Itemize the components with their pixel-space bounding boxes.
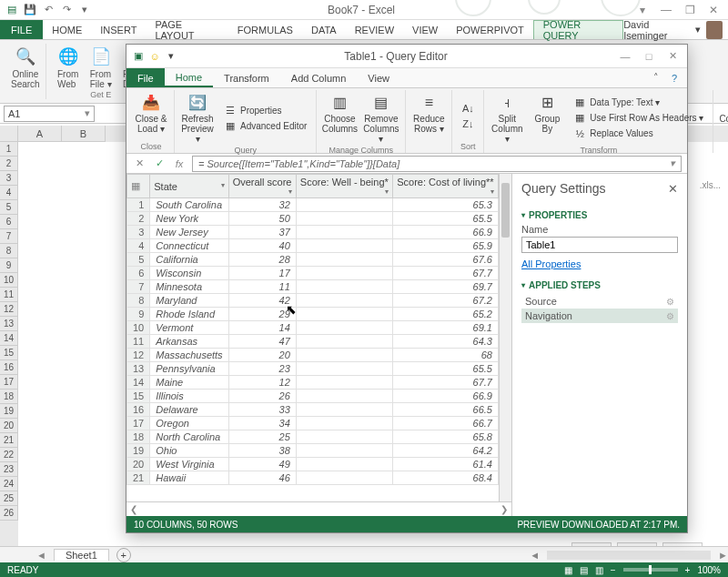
col-header[interactable]: A [18,126,62,142]
hscroll-left-icon[interactable]: ◄ [530,550,540,561]
close-load-button[interactable]: 📥Close & Load ▾ [134,92,168,140]
tab-file[interactable]: FILE [0,20,43,39]
choose-columns-button[interactable]: ▥Choose Columns [322,92,357,144]
row-header[interactable]: 14 [0,331,18,346]
row-header[interactable]: 17 [0,375,18,390]
column-header[interactable]: ▦ [127,175,150,198]
add-sheet-button[interactable]: + [116,548,131,562]
name-box[interactable]: A1▾ [4,106,95,122]
row-header[interactable]: 23 [0,462,18,477]
row-header[interactable]: 9 [0,258,18,273]
row-header[interactable]: 1 [0,142,18,157]
row-header[interactable]: 4 [0,186,18,200]
row-header[interactable]: 24 [0,477,18,491]
tab-data[interactable]: DATA [302,20,346,39]
hscrollbar[interactable]: ❮❯ [126,501,511,516]
column-header[interactable]: Score: Well - being*▾ [296,175,392,198]
group-by-button[interactable]: ⊞Group By [530,92,564,144]
sheet-tab[interactable]: Sheet1 [54,549,109,561]
row-header[interactable]: 10 [0,273,18,288]
qe-emoji-icon[interactable]: ☺ [148,50,161,63]
table-row[interactable]: 4Connecticut4065.9 [127,239,499,253]
row-header[interactable]: 2 [0,157,18,171]
row-header[interactable]: 8 [0,244,18,258]
row-header[interactable]: 13 [0,317,18,331]
qe-qat-dropdown-icon[interactable]: ▾ [165,50,177,63]
row-header[interactable]: 3 [0,171,18,186]
minimize-icon[interactable]: — [655,2,677,18]
tab-page-layout[interactable]: PAGE LAYOUT [146,20,228,39]
table-row[interactable]: 20West Virginia4961.4 [127,458,499,471]
undo-icon[interactable]: ↶ [42,4,55,16]
row-header[interactable]: 19 [0,404,18,419]
zoom-level[interactable]: 100% [697,565,721,575]
replace-values-button[interactable]: ½Replace Values [570,127,707,141]
tab-power-query[interactable]: POWER QUERY [533,20,623,39]
table-row[interactable]: 16Delaware3366.5 [127,403,499,417]
column-header[interactable]: Score: Cost of living**▾ [393,175,499,198]
row-header[interactable]: 25 [0,491,18,506]
hscrollbar[interactable] [547,551,711,560]
row-header[interactable]: 26 [0,506,18,521]
row-header[interactable]: 22 [0,448,18,462]
vscrollbar[interactable] [499,174,511,501]
table-row[interactable]: 15Illinois2666.9 [127,390,499,403]
zoom-out-icon[interactable]: − [611,565,616,575]
table-row[interactable]: 12Massachusetts2068 [127,349,499,362]
column-header[interactable]: State▾ [150,175,228,198]
online-search-button[interactable]: 🔍 Online Search [11,44,40,89]
row-header[interactable]: 11 [0,288,18,302]
tab-review[interactable]: REVIEW [346,20,403,39]
qe-minimize-icon[interactable]: — [614,48,636,65]
table-row[interactable]: 6Wisconsin1767.7 [127,267,499,280]
combine-button[interactable]: ▦Combine ▾ [719,92,728,149]
query-name-input[interactable] [521,237,678,253]
qe-tab-home[interactable]: Home [165,68,213,87]
table-row[interactable]: 8Maryland4267.2 [127,294,499,308]
table-row[interactable]: 21Hawaii4668.4 [127,471,499,485]
table-row[interactable]: 10Vermont1469.1 [127,321,499,335]
restore-icon[interactable]: ❐ [679,2,701,18]
qe-commit-icon[interactable]: ✓ [152,157,167,171]
qe-maximize-icon[interactable]: □ [638,48,660,65]
hscroll-right-icon[interactable]: ► [718,550,728,561]
zoom-in-icon[interactable]: + [685,565,691,575]
table-row[interactable]: 3New Jersey3766.9 [127,226,499,239]
tab-powerpivot[interactable]: POWERPIVOT [447,20,533,39]
row-header[interactable]: 12 [0,302,18,317]
table-row[interactable]: 18North Carolina2565.8 [127,430,499,444]
split-column-button[interactable]: ⫞Split Column ▾ [490,92,524,144]
qat-dropdown-icon[interactable]: ▾ [78,4,91,16]
settings-close-icon[interactable]: ✕ [668,182,678,196]
properties-button[interactable]: ☰Properties [220,103,310,117]
applied-step[interactable]: Navigation⚙ [521,309,678,323]
view-page-break-icon[interactable]: ▥ [595,565,603,575]
row-header[interactable]: 18 [0,390,18,404]
qe-tab-add-column[interactable]: Add Column [280,68,358,87]
data-grid[interactable]: ▦State▾Overall score▾Score: Well - being… [126,174,499,501]
reduce-rows-button[interactable]: ≡Reduce Rows ▾ [411,92,446,149]
close-icon[interactable]: ✕ [703,2,724,18]
first-row-headers-button[interactable]: ▦Use First Row As Headers ▾ [570,111,707,126]
redo-icon[interactable]: ↷ [60,4,73,16]
row-header[interactable]: 5 [0,200,18,215]
view-normal-icon[interactable]: ▦ [564,565,572,575]
table-row[interactable]: 5California2867.6 [127,253,499,267]
sheet-nav-left-icon[interactable]: ◄ [36,550,46,561]
table-row[interactable]: 7Minnesota1169.7 [127,280,499,294]
row-header[interactable]: 7 [0,229,18,244]
user-account[interactable]: David Iseminger ▾ [623,20,728,39]
table-row[interactable]: 13Pennsylvania2365.5 [127,362,499,376]
row-header[interactable]: 16 [0,360,18,375]
qe-close-icon[interactable]: ✕ [662,48,683,65]
row-header[interactable]: 20 [0,419,18,433]
tab-formulas[interactable]: FORMULAS [228,20,302,39]
from-file-button[interactable]: 📄From File ▾ [88,44,114,89]
ribbon-options-icon[interactable]: ▾ [632,2,653,18]
applied-steps-section[interactable]: APPLIED STEPS [521,280,678,290]
properties-section[interactable]: PROPERTIES [521,210,678,220]
gear-icon[interactable]: ⚙ [666,297,674,307]
sort-asc-button[interactable]: A↓ [458,101,478,116]
table-row[interactable]: 14Maine1267.7 [127,376,499,390]
advanced-editor-button[interactable]: ▦Advanced Editor [220,118,310,133]
